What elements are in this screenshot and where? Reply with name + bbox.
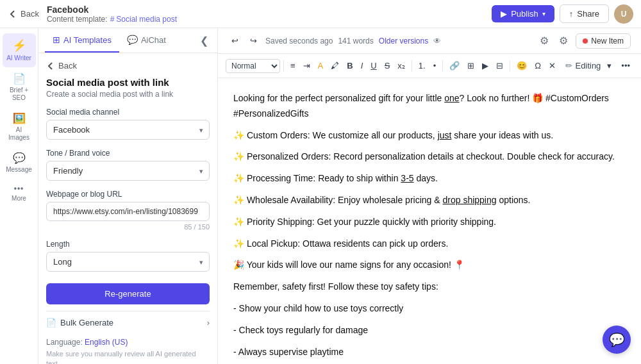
unordered-list-button[interactable]: • <box>430 59 440 72</box>
special-char-button[interactable]: Ω <box>531 59 544 72</box>
subscript-button[interactable]: x₂ <box>394 59 408 72</box>
length-label: Length <box>46 240 210 249</box>
main-layout: ⚡ AI Writer 📄 Brief + SEO 🖼️ AI Images 💬… <box>0 28 641 364</box>
more-options-button[interactable]: ••• <box>618 59 633 72</box>
brief-icon: 📄 <box>13 72 26 85</box>
sidebar-item-ai-images[interactable]: 🖼️ AI Images <box>3 107 36 147</box>
panel: ⊞ AI Templates 💬 AiChat ❮ Back Social me… <box>38 28 218 364</box>
indent-button[interactable]: ⇥ <box>300 59 313 72</box>
sidebar-item-ai-writer[interactable]: ⚡ AI Writer <box>3 33 36 67</box>
underline-button[interactable]: U <box>367 59 379 72</box>
content-line-8: Remember, safety first! Follow these toy… <box>233 279 626 295</box>
emoji-button[interactable]: 😊 <box>513 59 530 72</box>
eye-icon[interactable]: 👁 <box>433 37 441 46</box>
italic-button[interactable]: I <box>358 59 367 72</box>
editing-badge: ✏ Editing ▾ ••• <box>565 59 633 72</box>
new-item-dot <box>583 38 588 44</box>
panel-back-button[interactable]: Back <box>46 61 210 70</box>
sidebar-item-brief-seo[interactable]: 📄 Brief + SEO <box>3 67 36 107</box>
content-line-1: ✨ Custom Orders: We customize all our pr… <box>233 128 626 144</box>
language-link[interactable]: English (US) <box>85 338 128 347</box>
content-line-11: - Always supervise playtime <box>233 345 626 360</box>
editor-status-bar: ↩ ↪ Saved seconds ago 141 words Older ve… <box>218 28 641 54</box>
content-line-6: ✨ Local Pickup: Ottawa residents can pic… <box>233 236 626 252</box>
content-line-10: - Check toys regularly for damage <box>233 323 626 338</box>
separator <box>283 60 284 72</box>
toolbar-right: ⚙ ⚙ New Item <box>537 33 631 49</box>
length-select[interactable]: Short Medium Long <box>46 252 210 272</box>
avatar: U <box>614 4 633 24</box>
clear-button[interactable]: ✕ <box>545 59 559 72</box>
redo-icon[interactable]: ↪ <box>247 34 260 47</box>
format-select[interactable]: Normal Heading 1 Heading 2 <box>226 59 280 73</box>
link-button[interactable]: 🔗 <box>446 59 463 72</box>
length-field: Length Short Medium Long ▾ <box>46 240 210 272</box>
tab-aichat[interactable]: 💬 AiChat <box>119 28 174 53</box>
bulk-generate-section: 📄 Bulk Generate › <box>46 311 210 334</box>
saved-status: Saved seconds ago <box>265 37 333 46</box>
sidebar-item-more[interactable]: ••• More <box>3 179 36 208</box>
bold-button[interactable]: B <box>344 59 356 72</box>
social-channel-select-wrapper: Facebook Instagram Twitter LinkedIn ▾ <box>46 120 210 140</box>
formatting-toolbar: Normal Heading 1 Heading 2 ≡ ⇥ A 🖍 B I U… <box>218 54 641 78</box>
font-color-button[interactable]: 🖍 <box>328 59 342 72</box>
panel-title: Social media post with link <box>46 77 210 88</box>
bulk-generate-arrow: › <box>207 318 210 327</box>
page-title: Facebook <box>47 4 177 15</box>
panel-content: Back Social media post with link Create … <box>38 53 217 364</box>
highlight-button[interactable]: A <box>315 59 327 72</box>
settings2-icon-button[interactable]: ⚙ <box>556 33 570 48</box>
strikethrough-button[interactable]: S <box>381 59 394 72</box>
tone-field: Tone / Brand voice Friendly Professional… <box>46 149 210 181</box>
media-button[interactable]: ⊞ <box>464 59 478 72</box>
tab-ai-templates[interactable]: ⊞ AI Templates <box>45 28 119 53</box>
editor-content[interactable]: Looking for the perfect personalized gif… <box>218 78 641 364</box>
content-template-label: Content template: # Social media post <box>47 15 177 24</box>
separator <box>510 60 510 72</box>
more-icon: ••• <box>14 184 24 193</box>
content-line-0: Looking for the perfect personalized gif… <box>233 91 626 122</box>
editor-area: ↩ ↪ Saved seconds ago 141 words Older ve… <box>218 28 641 364</box>
panel-collapse-button[interactable]: ❮ <box>197 33 211 48</box>
new-item-button[interactable]: New Item <box>576 33 631 49</box>
content-line-3: ✨ Processing Time: Ready to ship within … <box>233 171 626 186</box>
older-versions-link[interactable]: Older versions <box>379 37 428 46</box>
play-button[interactable]: ▶ <box>479 59 492 72</box>
editing-label: Editing <box>576 61 601 70</box>
tone-select[interactable]: Friendly Professional Casual Formal <box>46 161 210 181</box>
url-field: Webpage or blog URL 85 / 150 <box>46 190 210 231</box>
content-line-2: ✨ Personalized Orders: Record personaliz… <box>233 149 626 165</box>
top-bar: Back Facebook Content template: # Social… <box>0 0 641 28</box>
bulk-generate-label[interactable]: Bulk Generate <box>60 318 113 327</box>
share-button[interactable]: ↑ Share <box>560 4 609 23</box>
chat-button[interactable]: 💬 <box>603 326 631 354</box>
sidebar-item-message[interactable]: 💬 Message <box>3 147 36 179</box>
social-channel-label: Social media channel <box>46 108 210 117</box>
social-channel-field: Social media channel Facebook Instagram … <box>46 108 210 140</box>
settings-icon-button[interactable]: ⚙ <box>537 33 551 48</box>
content-line-9: - Show your child how to use toys correc… <box>233 301 626 317</box>
top-bar-right: ▶ Publish ▾ ↑ Share U <box>492 4 633 24</box>
bulk-generate-left: 📄 Bulk Generate <box>46 318 113 327</box>
ordered-list-button[interactable]: 1. <box>415 59 429 72</box>
pencil-icon: ✏ <box>565 61 572 70</box>
regenerate-button[interactable]: Re-generate <box>46 283 210 304</box>
align-left-button[interactable]: ≡ <box>287 59 299 72</box>
length-select-wrapper: Short Medium Long ▾ <box>46 252 210 272</box>
table-button[interactable]: ⊟ <box>493 59 506 72</box>
sidebar: ⚡ AI Writer 📄 Brief + SEO 🖼️ AI Images 💬… <box>0 28 38 364</box>
back-button[interactable]: Back <box>8 9 39 19</box>
word-count: 141 words <box>338 37 373 46</box>
social-channel-select[interactable]: Facebook Instagram Twitter LinkedIn <box>46 120 210 140</box>
language-info: Language: English (US) <box>46 338 210 347</box>
editing-chevron[interactable]: ▾ <box>604 59 615 72</box>
separator <box>412 60 412 72</box>
template-badge: # Social media post <box>110 15 177 24</box>
undo-icon[interactable]: ↩ <box>228 34 242 47</box>
bulk-icon: 📄 <box>46 318 56 327</box>
publish-button[interactable]: ▶ Publish ▾ <box>492 5 554 22</box>
char-count: 85 / 150 <box>46 223 210 231</box>
url-input[interactable] <box>46 202 210 221</box>
panel-wrapper: ⊞ AI Templates 💬 AiChat ❮ Back Social me… <box>38 28 218 364</box>
content-line-7: 🎉 Your kids will love our name signs for… <box>233 258 626 273</box>
